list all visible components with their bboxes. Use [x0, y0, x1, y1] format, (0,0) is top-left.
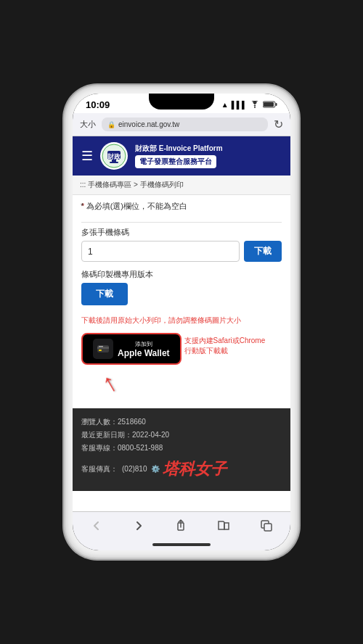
home-bar [152, 543, 211, 546]
wallet-add-text: 添加到 [118, 340, 170, 348]
red-arrow-icon: ↑ [97, 366, 123, 399]
printer-label: 條碼印製機專用版本 [81, 269, 282, 280]
divider-1 [81, 222, 282, 223]
apple-wallet-icon [93, 339, 113, 359]
required-text: * 為必填(選)欄位，不能為空白 [81, 202, 187, 210]
svg-rect-11 [99, 350, 102, 351]
svg-rect-7 [112, 160, 116, 162]
lock-icon: 🔒 [107, 121, 115, 128]
browser-url: einvoice.nat.gov.tw [118, 120, 179, 128]
svg-rect-2 [276, 103, 277, 106]
nav-share-btn[interactable] [169, 518, 192, 537]
watermark: ⚙️ 塔科女子 [151, 455, 227, 484]
status-time: 10:09 [86, 99, 110, 110]
footer-update: 最近更新日期：2022-04-20 [81, 429, 282, 442]
multi-input-row: 下載 [81, 241, 282, 262]
download-btn-1[interactable]: 下載 [244, 241, 282, 262]
page-content: ::: 手機條碼專區 > 手機條碼列印 * * 為必填(選)欄位，不能為空白 多… [73, 176, 290, 511]
footer-visitors: 瀏覽人數：2518660 [81, 416, 282, 429]
wallet-text-block: 添加到 Apple Wallet [118, 340, 170, 358]
footer-fax: 客服傳真：(02)810 ⚙️ 塔科女子 [81, 455, 282, 484]
svg-rect-15 [264, 524, 272, 531]
reload-icon[interactable]: ↻ [274, 117, 283, 131]
status-icons: ▲ ▌▌▌ [221, 101, 277, 110]
wallet-apple-text: Apple Wallet [118, 348, 170, 358]
browser-size-label: 大小 [80, 119, 96, 130]
browser-url-bar[interactable]: 🔒 einvoice.nat.gov.tw [102, 117, 268, 131]
signal-icon: ▌▌▌ [232, 101, 247, 109]
breadcrumb: ::: 手機條碼專區 > 手機條碼列印 [73, 176, 290, 195]
svg-point-0 [254, 107, 256, 108]
hamburger-menu[interactable]: ☰ [81, 148, 93, 164]
apple-wallet-button[interactable]: 添加到 Apple Wallet [81, 333, 182, 365]
battery-icon [263, 101, 277, 110]
wifi-icon [250, 101, 260, 110]
nav-back-btn[interactable] [85, 519, 108, 537]
nav-books-btn[interactable] [211, 519, 236, 537]
suffix-text: 支援內建Safari或Chrome行動版下載載 [184, 333, 272, 356]
watermark-emoji: ⚙️ [151, 463, 160, 476]
form-section: 多張手機條碼 下載 條碼印製機專用版本 下載 下載後請用原始大小列印，請勿調整條… [73, 227, 290, 408]
printer-download-btn[interactable]: 下載 [81, 283, 128, 305]
required-note: * * 為必填(選)欄位，不能為空白 [73, 195, 290, 218]
phone-frame: 10:09 ▲ ▌▌▌ [65, 86, 298, 558]
svg-rect-3 [264, 102, 274, 107]
phone-screen: 10:09 ▲ ▌▌▌ [73, 94, 290, 550]
multi-label: 多張手機條碼 [81, 227, 282, 238]
home-indicator [73, 540, 290, 550]
svg-rect-12 [99, 346, 103, 347]
site-footer: 瀏覽人數：2518660 最近更新日期：2022-04-20 客服專線：0800… [73, 408, 290, 491]
site-title-en: 財政部 E-Invoice Platform [135, 144, 282, 154]
download-note: 下載後請用原始大小列印，請勿調整條碼圖片大小 [81, 315, 282, 326]
svg-rect-8 [110, 162, 118, 163]
location-icon: ▲ [221, 101, 229, 109]
site-header: ☰ 財政 財政部 E-Invoice Platform 電子發票整合服務平台 [73, 136, 290, 176]
site-logo: 財政 [100, 142, 128, 170]
svg-text:財政: 財政 [107, 153, 121, 160]
footer-phone: 客服專線：0800-521-988 [81, 442, 282, 455]
multi-input[interactable] [81, 241, 240, 262]
notch [149, 94, 214, 110]
browser-nav [73, 511, 290, 540]
site-title-zh: 電子發票整合服務平台 [135, 155, 216, 168]
arrow-overlay: ↑ [81, 368, 282, 398]
site-title-block: 財政部 E-Invoice Platform 電子發票整合服務平台 [135, 144, 282, 168]
watermark-text: 塔科女子 [163, 455, 227, 484]
nav-forward-btn[interactable] [127, 519, 150, 537]
browser-bar: 大小 🔒 einvoice.nat.gov.tw ↻ [73, 113, 290, 136]
nav-tabs-btn[interactable] [255, 519, 278, 537]
